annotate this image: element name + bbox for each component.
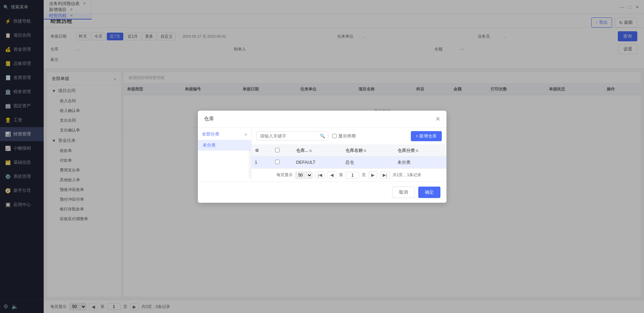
row-code-0: DEFAULT: [293, 156, 342, 168]
modal-per-page-label: 每页显示: [276, 172, 293, 178]
warehouse-table-body: 1 DEFAULT 总仓 未分类: [252, 156, 446, 168]
modal-title: 仓库: [204, 116, 214, 122]
row-index-0: 1: [252, 156, 272, 168]
row-name-0: 总仓: [342, 156, 394, 168]
modal-all-category[interactable]: 全部分类: [202, 131, 219, 137]
confirm-button[interactable]: 确定: [418, 187, 440, 198]
modal-toolbar: 🔍 显示停用 + 新增仓库: [252, 128, 446, 145]
modal-th-checkbox[interactable]: [272, 145, 293, 157]
modal-table-wrapper[interactable]: ⚙仓库...⇅仓库名称⇅仓库分类⇅ 1 DEFAULT 总仓 未分类: [252, 145, 446, 168]
row-checkbox-0[interactable]: [272, 156, 293, 168]
add-warehouse-button[interactable]: + 新增仓库: [411, 131, 441, 141]
modal-prev-page-btn[interactable]: ◀: [328, 171, 336, 179]
modal-body: 全部分类 « 未分类 🔍: [198, 128, 446, 182]
modal-first-page-btn[interactable]: |◀: [315, 171, 325, 179]
warehouse-table-header: ⚙仓库...⇅仓库名称⇅仓库分类⇅: [252, 145, 446, 157]
modal-page-input[interactable]: [346, 172, 359, 179]
show-disabled-checkbox[interactable]: [332, 134, 337, 138]
modal-th-warehouse_code: 仓库...⇅: [293, 145, 342, 157]
modal-select-all-checkbox[interactable]: [275, 148, 280, 152]
cancel-button[interactable]: 取消: [392, 187, 415, 198]
modal-actions: 取消 确定: [198, 182, 446, 203]
modal-search-input[interactable]: [257, 132, 317, 140]
warehouse-modal: 仓库 ✕ 全部分类 « 未分类: [198, 111, 446, 203]
modal-th-settings[interactable]: ⚙: [252, 145, 272, 157]
modal-pagination: 每页显示 50 100 |◀ ◀ 第 页 ▶ ▶| 共1页，1条记录: [252, 168, 446, 182]
modal-last-page-btn[interactable]: ▶|: [380, 171, 390, 179]
modal-header: 仓库 ✕: [198, 111, 446, 128]
modal-table-settings-icon[interactable]: ⚙: [255, 148, 259, 153]
modal-total: 共1页，1条记录: [393, 172, 421, 178]
warehouse-row-0[interactable]: 1 DEFAULT 总仓 未分类: [252, 156, 446, 168]
modal-th-warehouse_category: 仓库分类⇅: [394, 145, 446, 157]
modal-page-suffix: 页: [362, 172, 366, 178]
modal-per-page-select[interactable]: 50 100: [295, 171, 312, 179]
modal-search-icon: 🔍: [317, 132, 328, 140]
modal-next-page-btn[interactable]: ▶: [369, 171, 377, 179]
modal-th-warehouse_name: 仓库名称⇅: [342, 145, 394, 157]
modal-search-box: 🔍: [256, 131, 328, 141]
row-category-0: 未分类: [394, 156, 446, 168]
modal-left-panel: 全部分类 « 未分类: [198, 128, 252, 182]
show-disabled-label[interactable]: 显示停用: [332, 133, 356, 139]
warehouse-table: ⚙仓库...⇅仓库名称⇅仓库分类⇅ 1 DEFAULT 总仓 未分类: [252, 145, 446, 168]
modal-right-panel: 🔍 显示停用 + 新增仓库 ⚙仓库...⇅仓库名称⇅仓库分类⇅: [252, 128, 446, 182]
modal-close-button[interactable]: ✕: [435, 115, 440, 123]
modal-overlay[interactable]: 仓库 ✕ 全部分类 « 未分类: [0, 0, 644, 313]
modal-unclassified-item[interactable]: 未分类: [198, 140, 251, 151]
modal-page-label: 第: [339, 172, 343, 178]
row-checkbox-input-0[interactable]: [275, 160, 280, 164]
modal-collapse-icon[interactable]: «: [245, 131, 247, 137]
